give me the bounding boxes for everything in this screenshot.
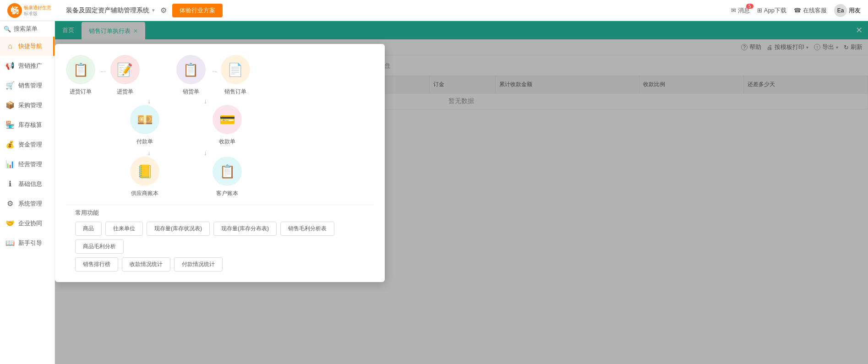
message-badge: 5 (746, 4, 753, 9)
sidebar-nav: ⌂ 快捷导航 📢 营销推广 🛒 销售管理 📦 采购管理 🏪 库存核算 (0, 37, 55, 253)
message-btn[interactable]: ✉ 消息 5 (731, 6, 750, 15)
logo-icon: 畅 (7, 3, 22, 18)
flow-node-supplier-account[interactable]: 📒 供应商账本 (130, 157, 159, 197)
func-btn-stock-dist[interactable]: 现存量(库存分布表) (213, 222, 277, 236)
sidebar-item-label: 采购管理 (18, 101, 42, 109)
sidebar-item-manage[interactable]: 📊 经营管理 (0, 154, 55, 174)
func-btn-sales-gross[interactable]: 销售毛利分析表 (280, 222, 334, 236)
main-area: 🔍 搜索菜单 ⌂ 快捷导航 📢 营销推广 🛒 销售管理 📦 采 (0, 21, 868, 364)
sidebar-item-quick-nav[interactable]: ⌂ 快捷导航 (0, 37, 55, 56)
sidebar: 🔍 搜索菜单 ⌂ 快捷导航 📢 营销推广 🛒 销售管理 📦 采 (0, 21, 55, 364)
gear-icon[interactable]: ⚙ (160, 6, 167, 15)
flow-node-purchase-bill[interactable]: 📝 进货单 (110, 55, 140, 96)
manage-icon: 📊 (5, 160, 15, 168)
system-title-area: 装备及固定资产辅助管理系统 ▾ ⚙ 体验行业方案 (66, 4, 731, 17)
func-buttons-row-1: 商品 往来单位 现存量(库存状况表) 现存量(库存分布表) 销售毛利分析表 商品… (75, 222, 365, 254)
top-right-area: ✉ 消息 5 ⊞ App下载 ☎ 在线客服 Ea 用友 (731, 4, 861, 17)
sidebar-item-basic[interactable]: ℹ 基础信息 (0, 174, 55, 194)
payment-circle: 💴 (130, 105, 159, 134)
app-download-label: App下载 (764, 6, 786, 15)
purchase-order-icon: 📋 (73, 62, 89, 77)
purchase-bill-label: 进货单 (117, 88, 133, 96)
sales-order-label: 销售订单 (224, 88, 246, 96)
down-arrow-1: ↓ (147, 98, 151, 105)
title-dropdown-icon[interactable]: ▾ (152, 7, 155, 13)
flow-node-purchase-order[interactable]: 📋 进货订单 (66, 55, 95, 96)
sales-bill-circle: 📋 (176, 55, 206, 84)
search-icon: 🔍 (4, 26, 11, 33)
purchase-icon: 📦 (5, 101, 15, 109)
sidebar-item-corp[interactable]: 🤝 企业协同 (0, 213, 55, 233)
app-download-icon: ⊞ (757, 7, 762, 14)
func-btn-product[interactable]: 商品 (75, 222, 102, 236)
purchase-bill-icon: 📝 (117, 62, 133, 77)
sidebar-item-sales[interactable]: 🛒 销售管理 (0, 76, 55, 95)
flow-mid-arrows: ↓ ↓ (66, 98, 374, 105)
down-arrow-3: ↓ (147, 149, 151, 157)
flow-node-receipt[interactable]: 💳 收款单 (213, 105, 242, 146)
sidebar-item-inventory[interactable]: 🏪 库存核算 (0, 115, 55, 135)
sidebar-item-label: 新手引导 (18, 239, 42, 247)
flow-node-sales-bill[interactable]: 📋 销货单 (176, 55, 206, 96)
system-title-text: 装备及固定资产辅助管理系统 (66, 6, 149, 15)
service-btn[interactable]: ☎ 在线客服 (794, 6, 827, 15)
sidebar-item-system[interactable]: ⚙ 系统管理 (0, 194, 55, 213)
flow-node-sales-order[interactable]: 📄 销售订单 (221, 55, 250, 96)
app-download-btn[interactable]: ⊞ App下载 (757, 6, 786, 15)
sidebar-item-guide[interactable]: 📖 新手引导 (0, 233, 55, 253)
receipt-circle: 💳 (213, 105, 242, 134)
flow-top-row: 📋 进货订单 - - - - → 📝 (66, 55, 374, 98)
top-bar: 畅 畅康通好生意标准版 装备及固定资产辅助管理系统 ▾ ⚙ 体验行业方案 ✉ 消… (0, 0, 868, 21)
content-area: 首页 销售订单执行表 ✕ ✕ ? 帮助 🖨 按模板打印 ▾ (55, 21, 868, 364)
func-btn-counterparty[interactable]: 往来单位 (105, 222, 143, 236)
modal-overlay: 📋 进货订单 - - - - → 📝 (55, 21, 868, 364)
purchase-order-circle: 📋 (66, 55, 95, 84)
sales-order-icon: 📄 (227, 62, 243, 77)
trial-button[interactable]: 体验行业方案 (172, 4, 223, 17)
search-menu-label: 搜索菜单 (14, 25, 38, 33)
finance-icon: 💰 (5, 140, 15, 149)
sidebar-item-marketing[interactable]: 📢 营销推广 (0, 56, 55, 76)
sidebar-item-label: 快捷导航 (18, 42, 42, 50)
avatar: Ea (834, 4, 847, 17)
user-menu[interactable]: Ea 用友 (834, 4, 861, 17)
func-btn-product-gross[interactable]: 商品毛利分析 (75, 239, 124, 254)
marketing-icon: 📢 (5, 61, 15, 70)
flow-bottom-row: 📒 供应商账本 📋 客户账本 (66, 157, 374, 197)
arrow-dashes-2: ← - - - - (211, 68, 215, 75)
guide-icon: 📖 (5, 239, 15, 247)
sidebar-item-label: 资金管理 (18, 141, 42, 149)
flow-node-customer-account[interactable]: 📋 客户账本 (213, 157, 242, 197)
customer-account-circle: 📋 (213, 157, 242, 186)
user-label: 用友 (849, 6, 861, 15)
func-btn-sales-rank[interactable]: 销售排行榜 (75, 257, 118, 272)
flow-bottom-arrows: ↓ ↓ (66, 149, 374, 157)
arrow-down-supplier: ↓ (147, 149, 151, 157)
flow-pair-purchase: 📋 进货订单 - - - - → 📝 (66, 55, 140, 96)
purchase-order-label: 进货订单 (70, 88, 92, 96)
func-btn-receipt-stats[interactable]: 收款情况统计 (122, 257, 170, 272)
sales-arrow: ← - - - - (211, 68, 215, 75)
flow-node-payment[interactable]: 💴 付款单 (130, 105, 159, 146)
sidebar-item-finance[interactable]: 💰 资金管理 (0, 135, 55, 154)
purchase-arrow: - - - - → (101, 68, 105, 75)
avatar-text: Ea (837, 7, 844, 14)
sidebar-item-label: 销售管理 (18, 81, 42, 90)
sales-bill-label: 销货单 (183, 88, 199, 96)
arrow-down-receipt: ↓ (204, 98, 207, 105)
arrow-down-payment: ↓ (147, 98, 151, 105)
receipt-icon: 💳 (219, 112, 235, 127)
sidebar-item-purchase[interactable]: 📦 采购管理 (0, 95, 55, 115)
service-label: 在线客服 (803, 6, 827, 15)
flow-mid-row: 💴 付款单 💳 收款单 (66, 105, 374, 146)
message-icon: ✉ (731, 7, 736, 14)
func-btn-stock-status[interactable]: 现存量(库存状况表) (147, 222, 210, 236)
customer-account-icon: 📋 (219, 164, 235, 179)
app-container: 畅 畅康通好生意标准版 装备及固定资产辅助管理系统 ▾ ⚙ 体验行业方案 ✉ 消… (0, 0, 868, 364)
arrow-dashes: - - - - → (101, 68, 105, 75)
common-funcs-title: 常用功能 (75, 209, 365, 217)
payment-label: 付款单 (136, 138, 153, 146)
search-menu[interactable]: 🔍 搜索菜单 (0, 21, 55, 37)
corp-icon: 🤝 (5, 219, 15, 228)
func-btn-payment-stats[interactable]: 付款情况统计 (174, 257, 223, 272)
